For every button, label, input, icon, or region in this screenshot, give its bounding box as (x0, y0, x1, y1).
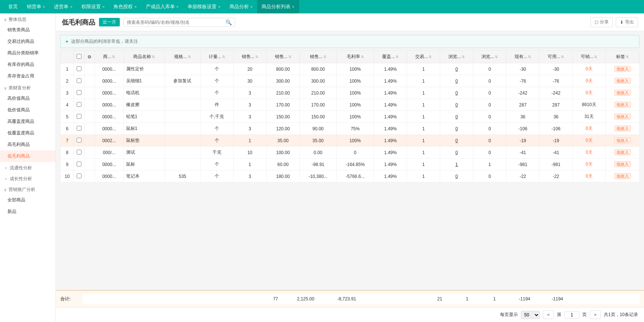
row-views1[interactable]: 0 (440, 87, 473, 99)
nav-purchase-order[interactable]: 进货单× (49, 0, 77, 13)
nav-close-icon[interactable]: × (176, 4, 179, 9)
nav-product-analysis-list[interactable]: 商品分析列表× (257, 0, 299, 13)
col-sales-profit[interactable]: 销售...⇅ (299, 51, 336, 63)
col-checkbox[interactable] (74, 51, 84, 63)
col-sales-price[interactable]: 销售...⇅ (266, 51, 299, 63)
row-checkbox[interactable] (77, 138, 81, 143)
nav-close-icon[interactable]: × (250, 4, 253, 9)
nav-close-icon[interactable]: × (218, 4, 220, 9)
row-checkbox-cell[interactable] (74, 111, 84, 123)
row-checkbox-cell[interactable] (74, 135, 84, 147)
col-settings[interactable]: ⚙ (84, 51, 95, 63)
share-button[interactable]: ⬡ 分享 (590, 17, 613, 27)
sidebar-item-new-products[interactable]: 新品 (0, 206, 55, 217)
select-all-checkbox[interactable] (77, 54, 81, 59)
sidebar-item-low-margin[interactable]: 低毛利商品 (0, 150, 55, 162)
search-input[interactable] (127, 20, 225, 25)
row-checkbox[interactable] (77, 90, 81, 95)
row-checkbox[interactable] (77, 114, 81, 119)
col-gross-rate[interactable]: 毛利率⇅ (336, 51, 374, 63)
row-checkbox-cell[interactable] (74, 123, 84, 135)
col-unit[interactable]: 计量...⇅ (200, 51, 233, 63)
col-cover-rate[interactable]: 覆盖...⇅ (374, 51, 407, 63)
row-checkbox-cell[interactable] (74, 87, 84, 99)
nav-home[interactable]: 首页 (4, 0, 22, 13)
sidebar-group-marketing-analysis[interactable]: ∨ 营销推广分析 (0, 184, 55, 194)
sidebar-group-overview[interactable]: ∨ 整体信息 (0, 13, 55, 24)
row-checkbox[interactable] (77, 78, 81, 83)
col-transactions[interactable]: 交易...⇅ (407, 51, 440, 63)
sidebar-group-wealth-analysis[interactable]: ∨ 类财富分析 (0, 82, 55, 93)
nav-template-settings[interactable]: 单据模板设置× (183, 0, 225, 13)
nav-close-icon[interactable]: × (134, 4, 137, 9)
row-available: -981 (539, 159, 573, 170)
sidebar-item-high-margin[interactable]: 高毛利商品 (0, 139, 55, 150)
row-views1[interactable]: 0 (440, 111, 473, 123)
page-number-input[interactable] (564, 311, 579, 319)
row-views1[interactable]: 0 (440, 75, 473, 87)
sidebar-item-all-products[interactable]: 全部商品 (0, 194, 55, 206)
sidebar-item-low-value[interactable]: 低价值商品 (0, 104, 55, 116)
sidebar-item-category-sales-rate[interactable]: 商品分类助销率 (0, 47, 55, 59)
col-views1[interactable]: 浏览...⇅ (440, 51, 473, 63)
row-sales-price: 150.00 (266, 111, 299, 123)
row-views1[interactable]: 0 (440, 147, 473, 159)
row-views1[interactable]: 0 (440, 170, 473, 182)
prev-page-button[interactable]: ＜ (543, 310, 554, 319)
sidebar-item-traded-products[interactable]: 交易过的商品 (0, 36, 55, 47)
row-current-stock: -19 (506, 135, 539, 147)
search-icon[interactable]: 🔍 (225, 19, 232, 25)
col-available[interactable]: 可用...⇅ (539, 51, 573, 63)
nav-role-auth[interactable]: 角色授权× (109, 0, 141, 13)
sidebar-item-inventory-capital[interactable]: 库存资金占用 (0, 70, 55, 82)
sidebar-item-high-value[interactable]: 高价值商品 (0, 93, 55, 104)
row-checkbox-cell[interactable] (74, 170, 84, 182)
export-button[interactable]: ⬇ 导出 (616, 17, 638, 27)
sidebar-item-low-coverage[interactable]: 低覆盖度商品 (0, 127, 55, 139)
row-checkbox[interactable] (77, 66, 81, 71)
col-saleable[interactable]: 可销...⇅ (573, 51, 606, 63)
nav-permissions[interactable]: 权限设置× (77, 0, 109, 13)
next-page-button[interactable]: ＞ (590, 310, 601, 319)
sidebar-group-growth-analysis[interactable]: ＞ 成长性分析 (0, 173, 55, 184)
row-checkbox[interactable] (77, 126, 81, 131)
row-checkbox-cell[interactable] (74, 75, 84, 87)
row-checkbox[interactable] (77, 173, 81, 178)
row-saleable: 8610天 (573, 99, 606, 111)
row-checkbox[interactable] (77, 150, 81, 154)
row-views1[interactable]: 0 (440, 123, 473, 135)
nav-sales-order[interactable]: 销货单× (22, 0, 49, 13)
sidebar-item-stock-products[interactable]: 有库存的商品 (0, 59, 55, 70)
row-checkbox[interactable] (77, 102, 81, 107)
per-page-select[interactable]: 50 100 (521, 311, 540, 319)
sidebar-item-high-coverage[interactable]: 高覆盖度商品 (0, 116, 55, 127)
col-sales-qty[interactable]: 销售...⇅ (233, 51, 266, 63)
row-available: -76 (539, 75, 573, 87)
col-current-stock[interactable]: 现有...⇅ (506, 51, 539, 63)
col-code[interactable]: 商...⇅ (95, 51, 124, 63)
row-views1[interactable]: 0 (440, 135, 473, 147)
nav-product-inbound[interactable]: 产成品入库单× (141, 0, 183, 13)
sidebar-item-sales-products[interactable]: 销售类商品 (0, 24, 55, 36)
nav-close-icon[interactable]: × (292, 4, 294, 9)
row-cover-rate: 1.49% (374, 111, 407, 123)
col-tag[interactable]: 标签⇅ (606, 51, 640, 63)
row-views1[interactable]: 0 (440, 99, 473, 111)
row-views1[interactable]: 0 (440, 63, 473, 75)
col-views2[interactable]: 浏览...⇅ (473, 51, 506, 63)
nav-product-analysis[interactable]: 商品分析× (225, 0, 257, 13)
col-name[interactable]: 商品名称⇅ (124, 51, 165, 63)
row-checkbox-cell[interactable] (74, 63, 84, 75)
row-checkbox-cell[interactable] (74, 147, 84, 159)
nav-close-icon[interactable]: × (70, 4, 72, 9)
col-spec[interactable]: 规格...⇅ (165, 51, 200, 63)
row-checkbox-cell[interactable] (74, 159, 84, 170)
sidebar-group-flow-analysis[interactable]: ＞ 流通性分析 (0, 162, 55, 173)
date-filter-button[interactable]: 近一月 (99, 18, 120, 26)
nav-close-icon[interactable]: × (102, 4, 105, 9)
nav-close-icon[interactable]: × (43, 4, 45, 9)
row-checkbox-cell[interactable] (74, 99, 84, 111)
row-views1[interactable]: 1 (440, 159, 473, 170)
row-checkbox[interactable] (77, 162, 81, 166)
row-name: 橡皮擦 (124, 99, 165, 111)
